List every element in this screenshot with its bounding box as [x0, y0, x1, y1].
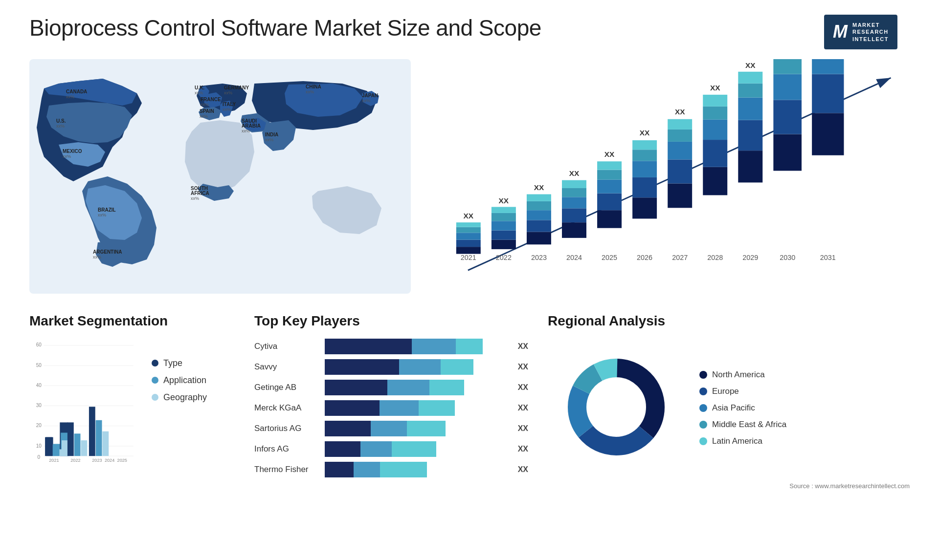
svg-rect-52	[527, 201, 551, 210]
svg-text:xx%: xx%	[265, 137, 273, 142]
regional-dot	[699, 371, 707, 379]
regional-legend: North AmericaEuropeAsia PacificMiddle Ea…	[699, 370, 786, 446]
svg-rect-106	[812, 74, 844, 113]
player-bar	[325, 339, 507, 354]
svg-rect-98	[773, 134, 802, 171]
player-value: XX	[518, 383, 528, 392]
player-bar-inner	[325, 339, 507, 354]
legend-application-dot	[152, 377, 158, 384]
svg-text:XX: XX	[499, 196, 509, 205]
svg-rect-57	[562, 208, 586, 222]
player-row: CytivaXX	[254, 339, 528, 354]
player-value: XX	[518, 465, 528, 474]
svg-text:ITALY: ITALY	[223, 102, 236, 107]
player-bar-segment	[399, 359, 441, 375]
player-name: Infors AG	[254, 444, 318, 454]
player-bar-segment	[325, 359, 399, 375]
svg-text:2025: 2025	[602, 254, 617, 261]
svg-text:BRAZIL: BRAZIL	[98, 207, 116, 213]
svg-rect-37	[456, 233, 481, 239]
page-title: Bioprocess Control Software Market Size …	[29, 15, 541, 41]
svg-text:2026: 2026	[637, 254, 652, 261]
svg-text:2021: 2021	[49, 458, 59, 463]
svg-rect-45	[492, 213, 516, 221]
key-players-title: Top Key Players	[254, 313, 528, 329]
svg-text:SPAIN: SPAIN	[200, 108, 214, 114]
svg-rect-60	[562, 180, 586, 188]
svg-text:xx%: xx%	[66, 94, 74, 99]
player-bar-segment	[419, 400, 455, 416]
svg-text:xx%: xx%	[195, 90, 203, 95]
player-value: XX	[518, 424, 528, 433]
segmentation-title: Market Segmentation	[29, 313, 235, 329]
player-bar-segment	[371, 421, 407, 436]
logo-line3: INTELLECT	[852, 36, 889, 43]
player-bar-inner	[325, 421, 507, 436]
regional-dot	[699, 421, 707, 429]
regional-label: Asia Pacific	[712, 403, 755, 413]
player-bar	[325, 400, 507, 416]
svg-rect-74	[632, 140, 657, 150]
regional-label: North America	[712, 370, 765, 380]
top-section: CANADA xx% U.S. xx% MEXICO xx% BRAZIL xx…	[29, 59, 910, 294]
svg-rect-137	[81, 440, 87, 456]
svg-text:2031: 2031	[820, 254, 836, 261]
svg-rect-107	[812, 59, 844, 74]
player-bar-segment	[380, 400, 419, 416]
svg-text:2022: 2022	[496, 254, 512, 261]
player-list: CytivaXXSavvyXXGetinge ABXXMerck KGaAXXS…	[254, 339, 528, 477]
legend-type-dot	[152, 360, 158, 366]
svg-rect-95	[738, 72, 762, 84]
svg-rect-56	[562, 222, 586, 238]
svg-text:xx%: xx%	[93, 255, 101, 259]
svg-text:2024: 2024	[105, 458, 114, 463]
regional-label: Europe	[712, 387, 739, 396]
svg-text:xx%: xx%	[98, 213, 106, 217]
svg-rect-87	[703, 107, 727, 120]
player-bar	[325, 441, 507, 457]
world-map: CANADA xx% U.S. xx% MEXICO xx% BRAZIL xx…	[29, 59, 411, 294]
svg-text:xx%: xx%	[201, 102, 209, 107]
svg-text:2022: 2022	[70, 458, 80, 463]
logo-text: MARKET RESEARCH INTELLECT	[852, 22, 889, 43]
svg-text:2025: 2025	[117, 458, 127, 463]
svg-text:FRANCE: FRANCE	[201, 97, 221, 102]
player-value: XX	[518, 342, 528, 351]
svg-text:XX: XX	[569, 169, 580, 177]
player-bar-segment	[392, 441, 436, 457]
svg-text:40: 40	[36, 383, 42, 388]
svg-rect-79	[668, 142, 692, 160]
player-bar-inner	[325, 380, 507, 395]
player-value: XX	[518, 445, 528, 453]
svg-text:xx%: xx%	[224, 90, 232, 95]
svg-text:xx%: xx%	[362, 98, 370, 103]
svg-rect-133	[53, 445, 59, 456]
svg-text:xx%: xx%	[223, 107, 231, 112]
svg-text:10: 10	[36, 443, 42, 449]
svg-rect-42	[492, 240, 516, 249]
svg-text:2028: 2028	[707, 254, 723, 261]
svg-rect-72	[632, 161, 657, 177]
svg-rect-92	[738, 120, 762, 151]
svg-rect-93	[738, 97, 762, 120]
regional-dot	[699, 437, 707, 445]
svg-text:XX: XX	[675, 108, 685, 116]
player-bar	[325, 380, 507, 395]
player-bar-segment	[441, 359, 473, 375]
legend-geography: Geography	[152, 392, 207, 403]
svg-rect-88	[703, 95, 727, 107]
regional-legend-item: Latin America	[699, 436, 786, 446]
svg-text:GERMANY: GERMANY	[224, 85, 249, 90]
svg-rect-84	[703, 167, 727, 195]
player-row: Infors AGXX	[254, 441, 528, 457]
svg-text:XX: XX	[604, 150, 615, 158]
svg-rect-135	[67, 422, 74, 456]
svg-rect-105	[812, 113, 844, 155]
svg-text:xx%: xx%	[242, 129, 250, 133]
legend-geography-label: Geography	[163, 392, 207, 403]
svg-text:MEXICO: MEXICO	[63, 149, 82, 154]
segmentation-section: Market Segmentation 60 50 40 30 20 10 0	[29, 313, 235, 560]
legend-application: Application	[152, 375, 207, 386]
svg-rect-44	[492, 221, 516, 230]
player-row: Merck KGaAXX	[254, 400, 528, 416]
